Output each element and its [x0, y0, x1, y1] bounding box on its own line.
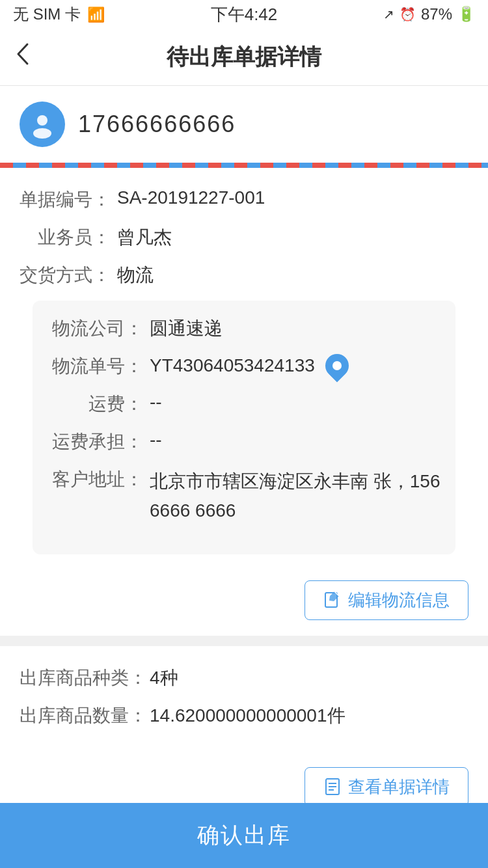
freight-bearer-value: -- — [150, 429, 442, 450]
address-row: 客户地址： 北京市市辖区海淀区永丰南 张，156 6666 6666 — [46, 467, 442, 526]
alarm-icon: ⏰ — [400, 7, 416, 22]
back-button[interactable] — [16, 42, 30, 72]
freight-bearer-label: 运费承担： — [46, 429, 143, 454]
avatar — [20, 102, 65, 147]
address-value: 北京市市辖区海淀区永丰南 张，156 6666 6666 — [150, 467, 442, 526]
location-pin-icon[interactable] — [320, 349, 353, 383]
view-details-button[interactable]: 查看单据详情 — [305, 767, 468, 807]
edit-icon — [323, 591, 342, 609]
wifi-icon — [87, 5, 105, 23]
section-divider — [0, 636, 488, 646]
tracking-number-value: YT43064053424133 — [150, 354, 442, 377]
document-number-value: SA-20191227-001 — [117, 187, 468, 208]
logistics-card: 物流公司： 圆通速递 物流单号： YT43064053424133 运费： --… — [33, 301, 455, 554]
delivery-method-label: 交货方式： — [20, 263, 111, 288]
edit-logistics-label: 编辑物流信息 — [348, 589, 450, 612]
carrier-text: 无 SIM 卡 — [13, 4, 81, 25]
goods-section: 出库商品种类： 4种 出库商品数量： 14.620000000000001件 — [0, 646, 488, 754]
salesman-value: 曾凡杰 — [117, 225, 468, 250]
dashed-divider — [0, 163, 488, 168]
status-bar: 无 SIM 卡 下午4:42 ↗ ⏰ 87% 🔋 — [0, 0, 488, 29]
svg-point-1 — [33, 128, 51, 139]
status-time: 下午4:42 — [211, 3, 278, 26]
arrow-icon: ↗ — [383, 7, 394, 22]
status-right: ↗ ⏰ 87% 🔋 — [383, 5, 475, 23]
goods-type-value: 4种 — [150, 666, 468, 690]
salesman-label: 业务员： — [20, 225, 111, 250]
tracking-number-row: 物流单号： YT43064053424133 — [46, 354, 442, 379]
tracking-number-label: 物流单号： — [46, 354, 143, 379]
delivery-method-value: 物流 — [117, 263, 468, 288]
document-number-label: 单据编号： — [20, 187, 111, 212]
address-label: 客户地址： — [46, 467, 143, 492]
battery-icon: 🔋 — [457, 6, 475, 23]
goods-quantity-label: 出库商品数量： — [20, 703, 150, 728]
svg-point-0 — [37, 115, 47, 126]
goods-type-row: 出库商品种类： 4种 — [20, 666, 468, 690]
logistics-company-value: 圆通速递 — [150, 316, 442, 341]
confirm-outbound-button[interactable]: 确认出库 — [0, 803, 488, 868]
nav-bar: 待出库单据详情 — [0, 29, 488, 86]
view-details-label: 查看单据详情 — [348, 776, 450, 798]
document-icon — [323, 778, 342, 796]
goods-quantity-value: 14.620000000000001件 — [150, 703, 468, 728]
battery-text: 87% — [421, 5, 452, 23]
customer-header: 17666666666 — [0, 86, 488, 163]
freight-label: 运费： — [46, 392, 143, 416]
page-title: 待出库单据详情 — [167, 42, 321, 72]
salesman-row: 业务员： 曾凡杰 — [20, 225, 468, 250]
delivery-method-row: 交货方式： 物流 — [20, 263, 468, 288]
logistics-company-row: 物流公司： 圆通速递 — [46, 316, 442, 341]
logistics-company-label: 物流公司： — [46, 316, 143, 341]
status-left: 无 SIM 卡 — [13, 4, 105, 25]
customer-phone: 17666666666 — [78, 111, 236, 138]
goods-type-label: 出库商品种类： — [20, 666, 150, 690]
document-number-row: 单据编号： SA-20191227-001 — [20, 187, 468, 212]
edit-logistics-button[interactable]: 编辑物流信息 — [305, 580, 468, 620]
goods-quantity-row: 出库商品数量： 14.620000000000001件 — [20, 703, 468, 728]
freight-bearer-row: 运费承担： -- — [46, 429, 442, 454]
document-info-section: 单据编号： SA-20191227-001 业务员： 曾凡杰 交货方式： 物流 … — [0, 168, 488, 567]
freight-value: -- — [150, 392, 442, 413]
freight-row: 运费： -- — [46, 392, 442, 416]
edit-logistics-button-container: 编辑物流信息 — [0, 567, 488, 636]
